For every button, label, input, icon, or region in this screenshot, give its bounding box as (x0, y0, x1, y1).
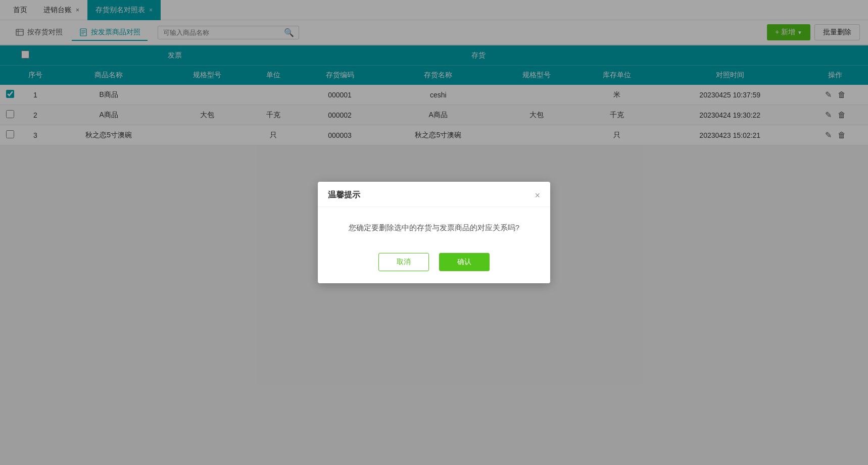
modal-overlay: 温馨提示 × 您确定要删除选中的存货与发票商品的对应关系吗? 取消 确认 (0, 0, 868, 145)
